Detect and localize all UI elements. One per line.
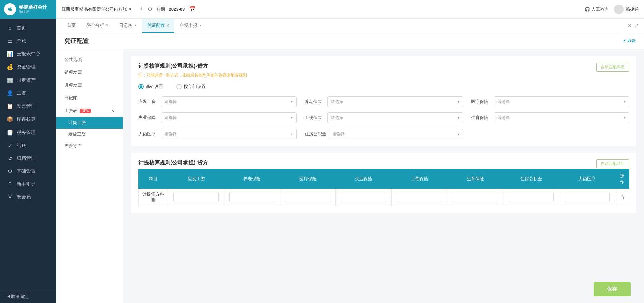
tab-tax-report[interactable]: 个税申报 ×	[174, 19, 207, 33]
service-button[interactable]: 🎧 人工咨询	[585, 6, 609, 12]
debit-auto-match-button[interactable]: 自动匹配科目	[596, 63, 629, 72]
tab-journal-close[interactable]: ×	[134, 23, 137, 28]
sidebar-item-settings-label: 基础设置	[17, 168, 36, 174]
select-maternity-arrow: ▾	[624, 116, 626, 120]
cancel-fixed-btn[interactable]: ◀取消固定	[0, 290, 56, 303]
input-injury[interactable]	[397, 193, 442, 202]
save-button[interactable]: 保存	[594, 282, 631, 296]
maximize-tab-button[interactable]: ⤢	[634, 22, 639, 29]
tab-voucher-config[interactable]: 凭证配置 ×	[142, 19, 174, 33]
expand-icon: ∨	[112, 108, 115, 113]
nav-salary-payment[interactable]: 发放工资	[56, 129, 123, 140]
sidebar-item-guide[interactable]: ? 新手引导	[0, 178, 56, 191]
select-injury[interactable]: 请选择 ▾	[327, 112, 463, 123]
tab-tax-close[interactable]: ×	[199, 23, 202, 28]
sidebar-item-guide-label: 新手引导	[17, 181, 36, 187]
settings-button[interactable]: ⚙	[148, 6, 152, 12]
select-injury-arrow: ▾	[458, 116, 459, 120]
sidebar-logo: 畅 畅捷通好会计 旗舰版	[0, 0, 56, 19]
archive-icon: 🗂	[7, 155, 13, 161]
radio-dept-circle	[176, 84, 182, 89]
sidebar-item-salary[interactable]: 👤 工资	[0, 87, 56, 100]
nav-sales-invoice[interactable]: 销项发票	[56, 66, 123, 79]
nav-public-options-label: 公共选项	[64, 57, 82, 63]
select-pension-placeholder: 请选择	[331, 99, 343, 105]
tab-fund-close[interactable]: ×	[106, 23, 108, 28]
sidebar-item-fund-management[interactable]: 💰 资金管理	[0, 60, 56, 73]
radio-group: 基础设置 按部门设置	[138, 84, 629, 90]
company-selector[interactable]: 江西服宝精品有限责任公司内账张 ▾	[62, 6, 131, 12]
sidebar-item-cloud-reports[interactable]: 📊 云报表中心	[0, 47, 56, 60]
sidebar-item-settlement[interactable]: ✓ 结账	[0, 139, 56, 152]
select-pension-arrow: ▾	[458, 100, 459, 104]
nav-journal[interactable]: 日记账	[56, 92, 123, 104]
tab-fund-analysis[interactable]: 资金分析 ×	[81, 19, 114, 33]
input-salary[interactable]	[173, 193, 219, 202]
refresh-icon: ↺	[622, 39, 626, 44]
nav-salary-table[interactable]: 工资表 NEW ∨	[56, 104, 123, 117]
delete-row-button[interactable]: 🗑	[620, 195, 625, 200]
radio-basic[interactable]: 基础设置	[138, 84, 163, 90]
refresh-button[interactable]: ↺ 刷新	[622, 38, 636, 44]
sidebar-item-fixed-assets[interactable]: 🏢 固定资产	[0, 73, 56, 87]
select-pension[interactable]: 请选择 ▾	[327, 96, 463, 107]
select-medical[interactable]: 请选择 ▾	[494, 96, 629, 107]
form-item-salary: 应发工资 请选择 ▾	[138, 96, 297, 107]
select-major-medical-placeholder: 请选择	[165, 131, 177, 137]
add-company-button[interactable]: +	[140, 6, 144, 13]
calendar-icon[interactable]: 📅	[189, 6, 196, 12]
close-all-tab-button[interactable]: ✕	[627, 22, 632, 29]
td-maternity-input-cell	[447, 189, 503, 206]
sidebar-item-vip[interactable]: V 畅会员	[0, 191, 56, 203]
select-salary[interactable]: 请选择 ▾	[161, 96, 297, 107]
tax-icon: 📑	[7, 129, 13, 136]
input-housing[interactable]	[509, 193, 554, 202]
nav-salary-accrual-label: 计提工资	[68, 120, 86, 125]
nav-purchase-invoice[interactable]: 进项发票	[56, 79, 123, 92]
user-area[interactable]: 畅捷通	[614, 5, 639, 14]
nav-fixed-assets-label: 固定资产	[64, 143, 82, 149]
tab-journal[interactable]: 日记账 ×	[114, 19, 142, 33]
nav-salary-accrual[interactable]: 计提工资	[56, 117, 123, 129]
nav-public-options[interactable]: 公共选项	[56, 53, 123, 66]
sidebar-item-inventory[interactable]: 📦 库存核算	[0, 113, 56, 126]
sidebar-item-invoice[interactable]: 📋 发票管理	[0, 100, 56, 113]
td-injury-input-cell	[391, 189, 447, 206]
main-area: 江西服宝精品有限责任公司内账张 ▾ + ⚙ 账期 2023-03 📅 🎧 人工咨…	[56, 0, 644, 303]
select-unemployment[interactable]: 请选择 ▾	[161, 112, 297, 123]
page-container: 凭证配置 ↺ 刷新 公共选项 销项发票 进项发票 日记账	[56, 33, 644, 303]
input-major-medical[interactable]	[565, 193, 610, 202]
select-housing-fund[interactable]: 请选择 ▾	[329, 129, 463, 139]
logo-text-area: 畅捷通好会计 旗舰版	[19, 4, 47, 15]
sidebar-item-archive[interactable]: 🗂 归档管理	[0, 152, 56, 165]
sidebar-item-home[interactable]: ⌂ 首页	[0, 21, 56, 34]
debit-section-title: 计提核算规则(公司承担)-借方	[138, 63, 629, 70]
tab-voucher-close[interactable]: ×	[167, 23, 169, 28]
select-salary-arrow: ▾	[291, 100, 293, 104]
page-header: 凭证配置 ↺ 刷新	[56, 33, 644, 49]
nav-fixed-assets[interactable]: 固定资产	[56, 140, 123, 153]
th-action: 操作	[615, 169, 629, 189]
select-housing-placeholder: 请选择	[333, 131, 345, 137]
tab-home[interactable]: 首页	[62, 19, 81, 33]
form-item-injury: 工伤保险 请选择 ▾	[305, 112, 463, 123]
sidebar-item-basic-settings[interactable]: ⚙ 基础设置	[0, 165, 56, 178]
sidebar-item-tax[interactable]: 📑 税务管理	[0, 126, 56, 139]
label-unemployment: 失业保险	[138, 115, 158, 121]
cancel-fixed-label: ◀取消固定	[7, 294, 29, 300]
credit-auto-match-button[interactable]: 自动匹配科目	[596, 159, 629, 168]
nav-journal-label: 日记账	[64, 95, 77, 101]
input-pension[interactable]	[229, 193, 275, 202]
form-item-housing-fund: 住房公积金 请选择 ▾	[305, 129, 463, 139]
sidebar-item-invoice-label: 发票管理	[17, 103, 36, 109]
sidebar-item-general-ledger[interactable]: ☰ 总账	[0, 34, 56, 47]
input-medical[interactable]	[285, 193, 330, 202]
tab-tax-label: 个税申报	[180, 22, 197, 29]
input-unemployment[interactable]	[341, 193, 386, 202]
select-medical-arrow: ▾	[624, 100, 626, 104]
select-major-medical[interactable]: 请选择 ▾	[161, 129, 297, 139]
select-maternity[interactable]: 请选择 ▾	[494, 112, 629, 123]
input-maternity[interactable]	[453, 193, 498, 202]
assets-icon: 🏢	[7, 77, 13, 83]
radio-by-dept[interactable]: 按部门设置	[176, 84, 206, 90]
